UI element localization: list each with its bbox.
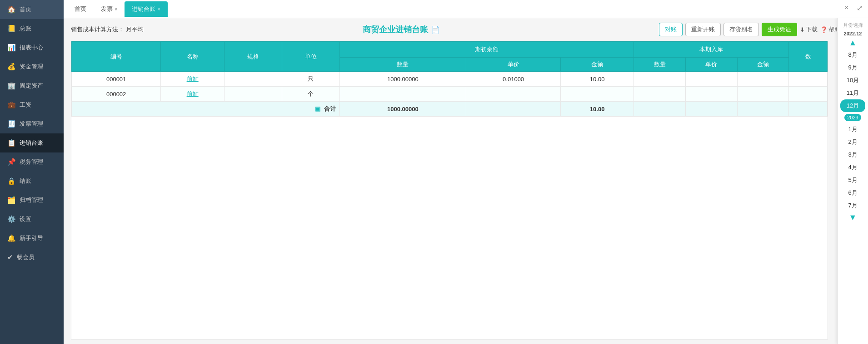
sidebar-item-report-center[interactable]: 📊 报表中心 [0,38,64,57]
sidebar-item-label: 设置 [20,215,31,223]
tab-home-label: 首页 [75,5,86,13]
month-item-2[interactable]: 2月 [838,136,868,148]
cost-method-value: 月平均 [126,26,144,33]
sidebar-item-home[interactable]: 🏠 首页 [0,0,64,19]
total-inbound-price [685,102,737,117]
reopen-button[interactable]: 重新开账 [685,23,721,36]
total-opening-amount: 10.00 [561,102,634,117]
sidebar-item-label: 固定资产 [20,82,43,90]
sidebar-item-general-ledger[interactable]: 📒 总账 [0,19,64,38]
guide-icon: 🔔 [7,234,16,242]
closing-icon: 🔒 [7,177,16,185]
month-item-11[interactable]: 11月 [838,87,868,99]
window-maximize-button[interactable]: ⤢ [854,3,864,13]
sidebar-item-label: 报表中心 [20,44,43,52]
cell-opening-price: 0.01000 [466,72,561,87]
month-panel-year-2022: 2022.12 [844,30,862,37]
sidebar-item-label: 税务管理 [20,158,43,166]
cell-spec [224,72,282,87]
reconcile-button[interactable]: 对账 [659,23,683,36]
window-close-button[interactable]: × [842,3,852,13]
page-content: 销售成本计算方法： 月平均 商贸企业进销台账 📄 对账 重新开账 存货别名 生成… [64,18,868,344]
sidebar-item-label: 结账 [20,177,31,185]
data-table-wrapper[interactable]: 编号 名称 规格 单位 期初余额 本期入库 数 数量 单价 金额 数量 单价 [71,41,828,339]
tab-invoice-label: 发票 [101,5,113,13]
total-label: 合计 [324,105,336,112]
sidebar-item-settings[interactable]: ⚙️ 设置 [0,210,64,229]
tab-home[interactable]: 首页 [67,1,94,17]
payroll-icon: 💼 [7,101,16,109]
cell-name: 前缸 [161,87,224,102]
fund-icon: 💰 [7,63,16,71]
tab-purchase-sales[interactable]: 进销台账 × [125,1,167,17]
total-extra [789,102,828,117]
total-icon: ▣ [315,105,320,112]
assets-icon: 🏢 [7,82,16,90]
col-code: 编号 [72,42,161,72]
month-item-4[interactable]: 4月 [838,161,868,174]
cell-opening-amount: 10.00 [561,72,634,87]
month-item-12[interactable]: 12月 [840,99,865,112]
total-label-cell: ▣ 合计 [72,102,340,117]
item-name-link[interactable]: 前缸 [187,75,199,82]
home-icon: 🏠 [7,5,16,14]
sidebar-item-closing[interactable]: 🔒 结账 [0,172,64,191]
tax-icon: 📌 [7,158,16,166]
table-row: 000001 前缸 只 1000.00000 0.01000 10.00 [72,72,828,87]
month-item-6[interactable]: 6月 [838,187,868,199]
col-opening-price: 单价 [466,58,561,72]
sidebar-item-label: 归档管理 [20,196,43,204]
download-button[interactable]: ⬇ 下载 [800,25,818,34]
total-inbound-amount [737,102,789,117]
table-body: 000001 前缸 只 1000.00000 0.01000 10.00 000… [72,72,828,117]
window-controls: × ⤢ [842,3,864,13]
generate-voucher-button[interactable]: 生成凭证 [762,23,797,36]
total-opening-qty: 1000.00000 [339,102,466,117]
table-header-row1: 编号 名称 规格 单位 期初余额 本期入库 数 [72,42,828,58]
col-opening-amount: 金额 [561,58,634,72]
sidebar-item-archive[interactable]: 🗂️ 归档管理 [0,191,64,210]
download-icon: ⬇ [800,26,805,33]
item-name-link[interactable]: 前缸 [187,90,199,97]
sidebar-item-guide[interactable]: 🔔 新手引导 [0,229,64,248]
sidebar-item-fixed-assets[interactable]: 🏢 固定资产 [0,76,64,95]
cost-method-label: 销售成本计算方法： [71,26,124,33]
save-alias-button[interactable]: 存货别名 [723,23,759,36]
scroll-down-button[interactable]: ▼ [848,212,858,223]
col-opening-qty: 数量 [339,58,466,72]
main-area: 首页 发票 × 进销台账 × 销售成本计算方法： 月平均 商贸企业进销台账 📄 … [64,0,868,344]
cell-code: 000001 [72,72,161,87]
total-opening-price [466,102,561,117]
col-unit: 单位 [282,42,339,72]
sidebar-item-invoice-management[interactable]: 🧾 发票管理 [0,114,64,133]
month-item-5[interactable]: 5月 [838,174,868,187]
tab-bar: 首页 发票 × 进销台账 × [64,0,868,18]
month-item-1[interactable]: 1月 [838,123,868,136]
month-picker-panel: 月份选择 2022.12 ▲ 8月 9月 10月 11月 12月 2023 1月… [837,18,868,344]
settings-icon: ⚙️ [7,215,16,223]
sidebar-item-member[interactable]: ✔ 畅会员 [0,248,64,267]
invoice-icon: 🧾 [7,120,16,128]
cell-name: 前缸 [161,72,224,87]
month-item-7[interactable]: 7月 [838,199,868,212]
tab-purchase-sales-close[interactable]: × [157,6,160,12]
month-item-10[interactable]: 10月 [838,74,868,87]
tab-invoice[interactable]: 发票 × [94,1,125,17]
sidebar-item-label: 首页 [20,5,31,14]
sidebar-item-fund-management[interactable]: 💰 资金管理 [0,57,64,76]
cell-inbound-amount [737,87,789,102]
sidebar-item-payroll[interactable]: 💼 工资 [0,95,64,114]
sidebar-item-purchase-sales[interactable]: 📋 进销台账 [0,133,64,152]
sidebar-item-tax-management[interactable]: 📌 税务管理 [0,152,64,172]
title-edit-icon[interactable]: 📄 [431,25,440,34]
month-item-3[interactable]: 3月 [838,148,868,161]
scroll-up-button[interactable]: ▲ [848,37,858,49]
sidebar-item-label: 发票管理 [20,120,43,128]
month-item-9[interactable]: 9月 [838,61,868,74]
month-item-8[interactable]: 8月 [838,49,868,61]
tab-invoice-close[interactable]: × [115,6,117,12]
sidebar-item-label: 畅会员 [17,253,35,261]
year-badge-2023: 2023 [844,114,861,121]
sidebar: 🏠 首页 📒 总账 📊 报表中心 💰 资金管理 🏢 固定资产 💼 工资 🧾 发票… [0,0,64,344]
help-icon: ❓ [820,26,828,33]
